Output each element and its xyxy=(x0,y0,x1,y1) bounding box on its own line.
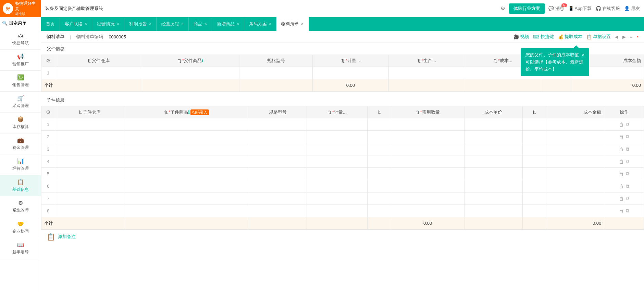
tab-物料清单[interactable]: 物料清单× xyxy=(276,17,309,31)
child-qty-2[interactable] xyxy=(307,131,368,143)
child-warehouse-4[interactable] xyxy=(55,155,124,168)
tab-客户联络[interactable]: 客户联络× xyxy=(60,17,92,31)
child-qty-3[interactable] xyxy=(307,143,368,155)
child-product-6[interactable] xyxy=(124,180,249,192)
parent-warehouse-1[interactable] xyxy=(55,67,142,79)
video-action[interactable]: 🎥 视频 xyxy=(513,34,529,40)
child-warehouse-1[interactable] xyxy=(55,118,124,131)
child-qty-6[interactable] xyxy=(307,180,368,192)
copy-icon-4[interactable]: ⧉ xyxy=(626,159,629,164)
child-product-5[interactable] xyxy=(124,168,249,180)
child-warehouse-7[interactable] xyxy=(55,192,124,205)
tab-商品[interactable]: 商品× xyxy=(189,17,212,31)
child-product-1[interactable] xyxy=(124,118,249,131)
extract-cost-action[interactable]: 💰 提取成本 xyxy=(558,34,582,40)
sidebar-item-企业协同[interactable]: 🤝企业协同 xyxy=(0,217,41,238)
child-warehouse-8[interactable] xyxy=(55,205,124,217)
parent-spec-1[interactable] xyxy=(239,67,312,79)
tab-close-icon[interactable]: × xyxy=(149,22,151,26)
tab-首页[interactable]: 首页 xyxy=(41,17,60,31)
tab-条码方案[interactable]: 条码方案× xyxy=(244,17,276,31)
child-needed-3[interactable] xyxy=(391,143,465,155)
sidebar-item-销售管理[interactable]: 💹销售管理 xyxy=(0,71,41,92)
child-warehouse-5[interactable] xyxy=(55,168,124,180)
child-needed-7[interactable] xyxy=(391,192,465,205)
parent-product-1[interactable] xyxy=(142,67,239,79)
child-product-4[interactable] xyxy=(124,155,249,168)
delete-icon-5[interactable]: 🗑 xyxy=(619,171,624,177)
child-unitcost-3[interactable] xyxy=(465,143,523,155)
user-area[interactable]: 👤 用友 xyxy=(624,5,640,12)
delete-icon-7[interactable]: 🗑 xyxy=(619,196,624,201)
sidebar-item-库存核算[interactable]: 📦库存核算 xyxy=(0,113,41,133)
app-download[interactable]: 📱 App下载 xyxy=(568,5,592,12)
child-product-8[interactable] xyxy=(124,205,249,217)
sidebar-item-经营管理[interactable]: 📊经营管理 xyxy=(0,154,41,175)
parent-qty-1[interactable] xyxy=(312,67,388,79)
sidebar-item-资金管理[interactable]: 💼资金管理 xyxy=(0,133,41,154)
delete-icon-2[interactable]: 🗑 xyxy=(619,134,624,140)
child-spec-7[interactable] xyxy=(249,192,307,205)
shortcut-action[interactable]: ⌨ 快捷键 xyxy=(533,34,554,40)
child-qty-1[interactable] xyxy=(307,118,368,131)
sidebar-item-新手引导[interactable]: 📖新手引导 xyxy=(0,238,41,259)
sidebar-item-基础信息[interactable]: 📋基础信息 xyxy=(0,175,41,196)
child-unitcost-8[interactable] xyxy=(465,205,523,217)
online-support[interactable]: 🎧 在线客服 xyxy=(596,5,620,12)
child-unitcost-6[interactable] xyxy=(465,180,523,192)
child-needed-1[interactable] xyxy=(391,118,465,131)
expand-icon[interactable]: ≡ xyxy=(630,34,633,39)
sidebar-item-营销推广[interactable]: 📢营销推广 xyxy=(0,50,41,71)
scan-badge[interactable]: 扫码录入 xyxy=(190,109,209,115)
child-spec-1[interactable] xyxy=(249,118,307,131)
child-spec-2[interactable] xyxy=(249,131,307,143)
tab-利润报告[interactable]: 利润报告× xyxy=(124,17,157,31)
child-spec-5[interactable] xyxy=(249,168,307,180)
child-product-7[interactable] xyxy=(124,192,249,205)
add-row-icon[interactable]: 📋 xyxy=(47,233,55,241)
child-spec-8[interactable] xyxy=(249,205,307,217)
copy-icon-3[interactable]: ⧉ xyxy=(626,146,629,152)
delete-icon-6[interactable]: 🗑 xyxy=(619,184,624,189)
tab-close-icon[interactable]: × xyxy=(85,22,87,26)
copy-icon-8[interactable]: ⧉ xyxy=(626,208,629,214)
delete-icon-4[interactable]: 🗑 xyxy=(619,159,624,164)
copy-icon-7[interactable]: ⧉ xyxy=(626,196,629,201)
parent-col-settings[interactable]: ⚙ xyxy=(41,55,55,67)
tooltip-close-button[interactable]: × xyxy=(582,51,584,59)
child-needed-8[interactable] xyxy=(391,205,465,217)
tab-close-icon[interactable]: × xyxy=(205,22,207,26)
bill-settings-action[interactable]: 📋 单据设置 xyxy=(586,34,611,40)
trial-button[interactable]: 体验行业方案 xyxy=(509,3,545,14)
fullscreen-icon[interactable]: ▪ xyxy=(636,34,639,40)
child-warehouse-2[interactable] xyxy=(55,131,124,143)
tab-close-icon[interactable]: × xyxy=(269,22,271,26)
child-needed-5[interactable] xyxy=(391,168,465,180)
copy-icon-5[interactable]: ⧉ xyxy=(626,171,629,177)
add-row-label[interactable]: 添加备注 xyxy=(58,234,76,240)
copy-icon-2[interactable]: ⧉ xyxy=(626,134,629,140)
delete-icon-3[interactable]: 🗑 xyxy=(619,147,624,152)
child-needed-4[interactable] xyxy=(391,155,465,168)
sidebar-item-快捷导航[interactable]: 🗂快捷导航 xyxy=(0,29,41,50)
copy-icon-1[interactable]: ⧉ xyxy=(626,121,629,127)
sidebar-item-系统管理[interactable]: ⚙系统管理 xyxy=(0,196,41,217)
copy-icon-6[interactable]: ⧉ xyxy=(626,183,629,189)
search-menu[interactable]: 🔍 搜索菜单 xyxy=(0,17,41,29)
tab-新增商品[interactable]: 新增商品× xyxy=(212,17,244,31)
child-unitcost-2[interactable] xyxy=(465,131,523,143)
child-unitcost-1[interactable] xyxy=(465,118,523,131)
child-needed-6[interactable] xyxy=(391,180,465,192)
nav-prev-icon[interactable]: ◀ xyxy=(615,34,618,39)
child-col-settings[interactable]: ⚙ xyxy=(41,106,55,118)
delete-icon-8[interactable]: 🗑 xyxy=(619,208,624,214)
delete-icon-1[interactable]: 🗑 xyxy=(619,122,624,127)
child-product-3[interactable] xyxy=(124,143,249,155)
settings-icon[interactable]: ⚙ xyxy=(500,5,505,12)
tab-close-icon[interactable]: × xyxy=(181,22,184,26)
child-warehouse-6[interactable] xyxy=(55,180,124,192)
child-needed-2[interactable] xyxy=(391,131,465,143)
child-qty-8[interactable] xyxy=(307,205,368,217)
child-unitcost-5[interactable] xyxy=(465,168,523,180)
notification-wrap[interactable]: 💬 6 消息 xyxy=(548,5,564,12)
